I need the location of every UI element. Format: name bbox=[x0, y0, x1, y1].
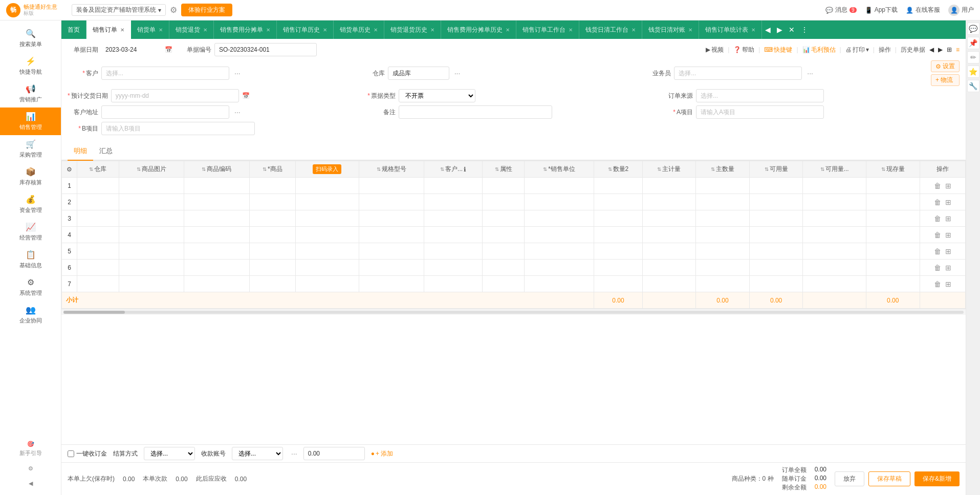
sidebar-item-marketing[interactable]: 📢 营销推广 bbox=[0, 80, 61, 107]
sidebar-item-search[interactable]: 🔍 搜索菜单 bbox=[0, 25, 61, 52]
row-copy-btn[interactable]: ⊞ bbox=[944, 214, 952, 223]
tab-close-return-history[interactable]: ✕ bbox=[430, 27, 434, 33]
col-header-warehouse[interactable]: ⇅仓库 bbox=[77, 161, 119, 178]
account-select[interactable]: 选择... bbox=[232, 447, 283, 460]
quick-payment-label[interactable]: 一键收订金 bbox=[68, 449, 107, 458]
nav-next-icon[interactable]: ▶ bbox=[938, 46, 943, 53]
ticket-select[interactable]: 不开票 增值税普通发票 增值税专用发票 bbox=[399, 89, 475, 102]
tab-more-btn[interactable]: ⋮ bbox=[798, 20, 811, 39]
tab-close-daily-workbench[interactable]: ✕ bbox=[631, 27, 636, 33]
tab-close-reconcile[interactable]: ✕ bbox=[688, 27, 692, 33]
save-new-button[interactable]: 保存&新增 bbox=[914, 471, 960, 486]
col-header-avail2[interactable]: ⇅可用量... bbox=[803, 161, 866, 178]
row-delete-btn[interactable]: 🗑 bbox=[933, 198, 942, 206]
date-input[interactable] bbox=[101, 43, 163, 56]
sidebar-item-quick-nav[interactable]: ⚡ 快捷导航 bbox=[0, 52, 61, 80]
shortcut-btn[interactable]: ⌨ 快捷键 bbox=[764, 46, 792, 54]
delivery-calendar-icon[interactable]: 📅 bbox=[242, 92, 250, 99]
staff-more-icon[interactable]: ··· bbox=[807, 69, 813, 77]
sidebar-item-cooperation[interactable]: 👥 企业协同 bbox=[0, 301, 61, 329]
row-delete-btn[interactable]: 🗑 bbox=[933, 182, 942, 190]
sidebar-item-sales[interactable]: 📊 销售管理 bbox=[0, 107, 61, 135]
tab-close-invoice-history[interactable]: ✕ bbox=[374, 27, 378, 33]
b-project-input[interactable] bbox=[101, 122, 255, 135]
row-delete-btn[interactable]: 🗑 bbox=[933, 231, 942, 239]
col-header-main-qty[interactable]: ⇅主数量 bbox=[696, 161, 750, 178]
col-header-spec[interactable]: ⇅规格型号 bbox=[359, 161, 424, 178]
col-header-image[interactable]: ⇅商品图片 bbox=[119, 161, 184, 178]
list-view-icon[interactable]: ≡ bbox=[956, 46, 960, 53]
help-btn[interactable]: ❓ 帮助 bbox=[733, 46, 754, 54]
account-more-icon[interactable]: ··· bbox=[291, 449, 297, 458]
grid-view-icon[interactable]: ⊞ bbox=[947, 46, 952, 53]
col-header-stock[interactable]: ⇅现存量 bbox=[866, 161, 920, 178]
sidebar-item-system[interactable]: ⚙ 系统管理 bbox=[0, 273, 61, 301]
col-header-gear[interactable]: ⚙ bbox=[62, 161, 77, 178]
sidebar-item-settings[interactable]: ⚙ bbox=[0, 461, 61, 476]
col-header-main-unit[interactable]: ⇅主计量 bbox=[642, 161, 696, 178]
tab-close-sales-invoice[interactable]: ✕ bbox=[159, 27, 163, 33]
save-draft-button[interactable]: 保存草稿 bbox=[868, 471, 910, 486]
col-header-unit[interactable]: ⇅*销售单位 bbox=[524, 161, 594, 178]
sidebar-item-basic[interactable]: 📋 基础信息 bbox=[0, 246, 61, 273]
tab-return[interactable]: 销货退货 ✕ bbox=[169, 20, 214, 39]
right-panel-chat-icon[interactable]: 💬 bbox=[967, 23, 979, 35]
horizontal-scrollbar[interactable] bbox=[61, 309, 966, 315]
row-delete-btn[interactable]: 🗑 bbox=[933, 247, 942, 255]
sidebar-item-guide[interactable]: 🎯 新手引导 bbox=[0, 437, 61, 461]
gear-icon[interactable]: ⚙ bbox=[170, 5, 177, 15]
row-copy-btn[interactable]: ⊞ bbox=[944, 198, 952, 206]
row-copy-btn[interactable]: ⊞ bbox=[944, 264, 952, 272]
sidebar-item-inventory[interactable]: 📦 库存核算 bbox=[0, 163, 61, 190]
history-btn[interactable]: 历史单据 bbox=[901, 46, 925, 54]
tab-expense-history[interactable]: 销售费用分摊单历史 ✕ bbox=[441, 20, 516, 39]
right-panel-edit-icon[interactable]: ✏ bbox=[967, 51, 979, 63]
row-copy-btn[interactable]: ⊞ bbox=[944, 182, 952, 190]
app-download-item[interactable]: 📱 App下载 bbox=[865, 6, 898, 14]
tab-close-stats[interactable]: ✕ bbox=[751, 27, 755, 33]
address-more-icon[interactable]: ··· bbox=[234, 108, 241, 116]
row-delete-btn[interactable]: 🗑 bbox=[933, 264, 942, 272]
scan-btn[interactable]: 扫码录入 bbox=[313, 164, 341, 174]
calendar-icon[interactable]: 📅 bbox=[165, 46, 172, 53]
tab-home[interactable]: 首页 bbox=[61, 20, 86, 39]
row-copy-btn[interactable]: ⊞ bbox=[944, 247, 952, 255]
notification-item[interactable]: 💬 消息 9 bbox=[825, 6, 857, 14]
tab-close-order-history[interactable]: ✕ bbox=[323, 27, 327, 33]
tab-expense-split[interactable]: 销售费用分摊单 ✕ bbox=[214, 20, 277, 39]
tab-summary[interactable]: 汇总 bbox=[93, 142, 119, 161]
row-copy-btn[interactable]: ⊞ bbox=[944, 280, 952, 288]
payment-amount-input[interactable] bbox=[303, 447, 365, 460]
address-input[interactable] bbox=[101, 105, 229, 119]
warehouse-more-icon[interactable]: ··· bbox=[454, 69, 461, 77]
tab-close-order-workbench[interactable]: ✕ bbox=[569, 27, 573, 33]
delivery-input[interactable] bbox=[111, 89, 239, 102]
tab-close-expense[interactable]: ✕ bbox=[266, 27, 270, 33]
nav-prev-icon[interactable]: ◀ bbox=[929, 46, 934, 53]
tab-order-workbench[interactable]: 销售订单工作台 ✕ bbox=[516, 20, 579, 39]
warehouse-input[interactable] bbox=[388, 67, 449, 80]
order-source-input[interactable] bbox=[696, 89, 824, 102]
sidebar-item-operation[interactable]: 📈 经营管理 bbox=[0, 218, 61, 246]
online-service-item[interactable]: 👤 在线客服 bbox=[906, 6, 940, 14]
tab-prev-btn[interactable]: ◀ bbox=[762, 20, 774, 39]
tab-close-sales-order[interactable]: ✕ bbox=[120, 27, 124, 33]
tab-sales-order[interactable]: 销售订单 ✕ bbox=[86, 20, 131, 39]
col-header-attr[interactable]: ⇅属性 bbox=[483, 161, 525, 178]
a-project-input[interactable] bbox=[696, 105, 824, 119]
sidebar-item-purchase[interactable]: 🛒 采购管理 bbox=[0, 135, 61, 163]
solution-button[interactable]: 体验行业方案 bbox=[181, 4, 232, 16]
right-panel-tool-icon[interactable]: 🔧 bbox=[967, 80, 979, 92]
right-panel-bookmark-icon[interactable]: 📌 bbox=[967, 37, 979, 49]
tab-order-history[interactable]: 销售订单历史 ✕ bbox=[277, 20, 334, 39]
scrollbar-thumb[interactable] bbox=[63, 311, 125, 314]
tab-close-btn[interactable]: ✕ bbox=[786, 20, 798, 39]
customer-input[interactable] bbox=[101, 67, 229, 80]
row-delete-btn[interactable]: 🗑 bbox=[933, 280, 942, 288]
tab-daily-workbench[interactable]: 钱货日清工作台 ✕ bbox=[579, 20, 642, 39]
sidebar-item-finance[interactable]: 💰 资金管理 bbox=[0, 190, 61, 218]
user-item[interactable]: 👤 用户 bbox=[948, 5, 974, 16]
print-btn[interactable]: 🖨 打印 ▾ bbox=[845, 46, 869, 54]
add-row-button[interactable]: + 物流 bbox=[931, 74, 960, 86]
tab-invoice-history[interactable]: 销货单历史 ✕ bbox=[334, 20, 384, 39]
